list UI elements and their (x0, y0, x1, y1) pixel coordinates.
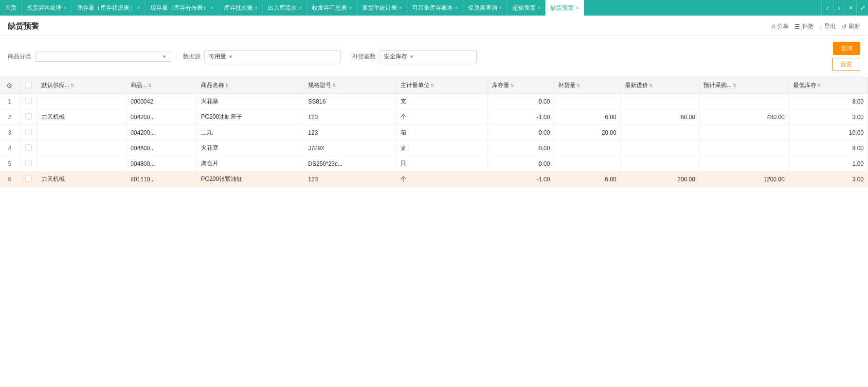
row-stock: 0.00 (488, 125, 554, 141)
stock-sort-icon: ⇅ (510, 83, 514, 88)
row-min-stock: 3.00 (789, 109, 868, 125)
row-checkbox[interactable] (19, 94, 37, 109)
settings-button[interactable]: 设置 (832, 58, 860, 71)
supplier-sort[interactable]: 默认供应... ⇅ (41, 81, 123, 89)
close-tab-abnormal[interactable]: × (64, 5, 67, 11)
data-table: ⚙ 默认供应... ⇅ 商品... ⇅ (0, 77, 868, 187)
tab-inventory-status[interactable]: 现存量（库存状况表） × (72, 0, 145, 16)
query-button[interactable]: 查询 (833, 42, 860, 55)
row-latest-price: 80.00 (620, 109, 699, 125)
row-checkbox[interactable] (19, 172, 37, 187)
restock-sort[interactable]: 补货量 ⇅ (558, 81, 616, 89)
row-product-code: 004800... (127, 156, 197, 172)
close-tab-available-ledger[interactable]: × (455, 5, 458, 11)
settings-icon[interactable]: ⚙ (6, 82, 13, 89)
tab-fullscreen[interactable]: ⤢ (856, 0, 868, 16)
row-select-checkbox[interactable] (25, 98, 32, 104)
row-restock (554, 156, 620, 172)
row-stock: -1.00 (488, 172, 554, 187)
row-restock: 6.00 (554, 109, 620, 125)
row-checkbox[interactable] (19, 156, 37, 172)
tab-nav-prev[interactable]: ‹ (821, 0, 833, 16)
restock-base-select[interactable]: 安全库存 ▼ (380, 50, 477, 63)
min-stock-sort[interactable]: 最低库存 ⇅ (793, 81, 864, 89)
tab-batch-account[interactable]: 库存批次账 × (219, 0, 263, 16)
row-supplier (37, 94, 127, 109)
share-button[interactable]: ⎙ 分享 (772, 22, 789, 31)
tab-available-ledger[interactable]: 可用量库存账本 × (407, 0, 463, 16)
restock-icon: ☰ (795, 23, 800, 30)
restock-base-label: 补货基数 (352, 53, 376, 61)
row-supplier: 力天机械 (37, 109, 127, 125)
tab-demand-stat[interactable]: 要货单统计表 × (357, 0, 407, 16)
row-num: 2 (0, 109, 19, 125)
row-supplier (37, 156, 127, 172)
estimated-purchase-sort[interactable]: 预计采购... ⇅ (704, 81, 785, 89)
close-tab-shortage[interactable]: × (576, 5, 579, 11)
tab-inventory-dist[interactable]: 现存量（库存分布表） × (145, 0, 219, 16)
row-product-name: PC200张紧油缸 (197, 172, 304, 187)
datasource-label: 数据源 (183, 53, 200, 61)
row-select-checkbox[interactable] (25, 113, 32, 120)
col-gear[interactable]: ⚙ (0, 77, 19, 94)
datasource-select[interactable]: 可用量 ▼ (204, 50, 341, 63)
close-tab-batch-account[interactable]: × (255, 5, 258, 11)
row-unit: 支 (397, 94, 488, 109)
datasource-chevron-icon: ▼ (228, 54, 233, 59)
row-checkbox[interactable] (19, 125, 37, 141)
row-min-stock: 3.00 (789, 172, 868, 187)
latest-price-sort[interactable]: 最新进价 ⇅ (625, 81, 695, 89)
col-checkbox[interactable] (19, 77, 37, 94)
close-tab-inventory-status[interactable]: × (137, 5, 140, 11)
restock-base-chevron-icon: ▼ (409, 54, 414, 59)
tab-overstock[interactable]: 超储预警 × (507, 0, 546, 16)
row-latest-price (620, 94, 699, 109)
row-select-checkbox[interactable] (25, 176, 32, 182)
close-tab-receipt-summary[interactable]: × (349, 5, 352, 11)
row-select-checkbox[interactable] (25, 144, 32, 151)
tab-receipt-summary[interactable]: 收发存汇总表 × (307, 0, 357, 16)
row-supplier (37, 125, 127, 141)
row-num: 1 (0, 94, 19, 109)
tab-inout-flow[interactable]: 出入库流水 × (263, 0, 307, 16)
col-stock: 库存量 ⇅ (488, 77, 554, 94)
refresh-button[interactable]: ↺ 刷新 (842, 22, 860, 31)
page-content: 缺货预警 ⎙ 分享 ☰ 补货 ↓ 导出 ↺ 刷新 商品分类 (0, 16, 868, 387)
close-tab-inventory-dist[interactable]: × (211, 5, 214, 11)
product-name-sort-icon: ⇅ (225, 83, 229, 88)
select-all-checkbox[interactable] (25, 82, 32, 88)
product-code-sort[interactable]: 商品... ⇅ (130, 81, 193, 89)
row-select-checkbox[interactable] (25, 129, 32, 135)
row-spec: 123 (304, 109, 397, 125)
tab-shortage[interactable]: 缺货预警 × (545, 0, 584, 16)
filter-bar: 商品分类 ▼ 数据源 可用量 ▼ 补货基数 安全库存 ▼ 查询 设置 (0, 36, 868, 77)
close-tab-inout-flow[interactable]: × (299, 5, 302, 11)
row-select-checkbox[interactable] (25, 160, 32, 166)
row-estimated-purchase (699, 156, 789, 172)
table-row: 2 力天机械 004200... PC200油缸座子 123 个 -1.00 6… (0, 109, 868, 125)
tab-close-all[interactable]: × (845, 0, 856, 16)
close-tab-expiry-query[interactable]: × (499, 5, 502, 11)
row-stock: -1.00 (488, 109, 554, 125)
product-name-sort[interactable]: 商品名称 ⇅ (201, 81, 300, 89)
row-product-name: 火花塞 (197, 94, 304, 109)
restock-button[interactable]: ☰ 补货 (795, 22, 814, 31)
stock-sort[interactable]: 库存量 ⇅ (492, 81, 550, 89)
row-checkbox[interactable] (19, 141, 37, 156)
row-checkbox[interactable] (19, 109, 37, 125)
category-select[interactable]: ▼ (35, 52, 171, 62)
tab-expiry-query[interactable]: 保质期查询 × (463, 0, 507, 16)
row-product-code: 801110... (127, 172, 197, 187)
close-tab-demand-stat[interactable]: × (399, 5, 402, 11)
close-tab-overstock[interactable]: × (538, 5, 541, 11)
col-product-code: 商品... ⇅ (127, 77, 197, 94)
export-button[interactable]: ↓ 导出 (819, 22, 836, 31)
restock-sort-icon: ⇅ (577, 83, 580, 88)
spec-sort[interactable]: 规格型号 ⇅ (308, 81, 392, 89)
tab-abnormal[interactable]: 拣货异常处理 × (22, 0, 72, 16)
unit-sort[interactable]: 主计量单位 ⇅ (400, 81, 484, 89)
tab-home[interactable]: 首页 (0, 0, 22, 16)
row-estimated-purchase (699, 141, 789, 156)
row-restock (554, 141, 620, 156)
tab-nav-next[interactable]: › (833, 0, 845, 16)
